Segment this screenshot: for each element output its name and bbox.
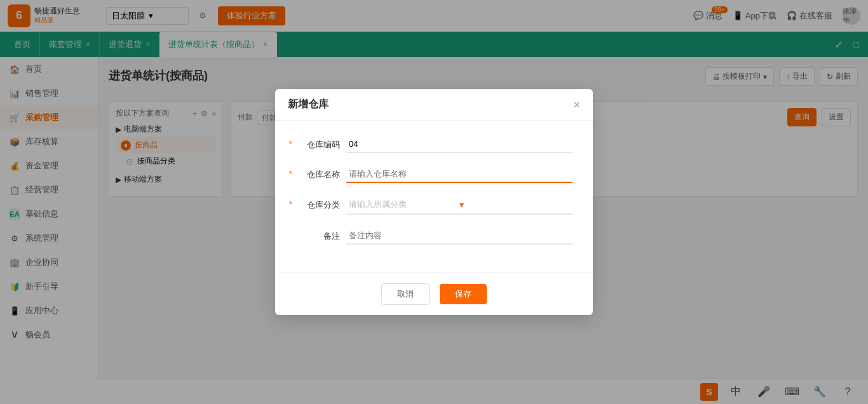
category-form-row: 仓库分类 请输入所属分类 ▾: [295, 196, 573, 215]
note-label: 备注: [295, 231, 340, 242]
modal-footer: 取消 保存: [275, 273, 593, 315]
modal-header: 新增仓库 ×: [275, 89, 593, 121]
name-label: 仓库名称: [295, 169, 340, 180]
save-button[interactable]: 保存: [440, 284, 487, 304]
category-placeholder: 请输入所属分类: [349, 199, 459, 210]
modal-title: 新增仓库: [288, 98, 329, 111]
modal-body: 仓库编码 仓库名称 仓库分类 请输入所属分类 ▾ 备注: [275, 121, 593, 273]
code-label: 仓库编码: [295, 139, 340, 151]
cancel-button[interactable]: 取消: [381, 283, 430, 305]
name-form-row: 仓库名称: [295, 166, 573, 183]
warehouse-name-input[interactable]: [346, 166, 573, 183]
note-form-row: 备注: [295, 227, 573, 245]
code-form-row: 仓库编码: [295, 136, 573, 153]
category-label: 仓库分类: [295, 199, 340, 211]
warehouse-note-input[interactable]: [346, 227, 573, 245]
category-chevron-icon: ▾: [459, 199, 570, 210]
category-select[interactable]: 请输入所属分类 ▾: [346, 196, 573, 215]
warehouse-code-input[interactable]: [346, 136, 573, 153]
new-warehouse-modal: 新增仓库 × 仓库编码 仓库名称 仓库分类 请输入所属分类 ▾: [275, 89, 593, 315]
modal-close-button[interactable]: ×: [573, 99, 580, 111]
modal-overlay: 新增仓库 × 仓库编码 仓库名称 仓库分类 请输入所属分类 ▾: [0, 0, 868, 404]
